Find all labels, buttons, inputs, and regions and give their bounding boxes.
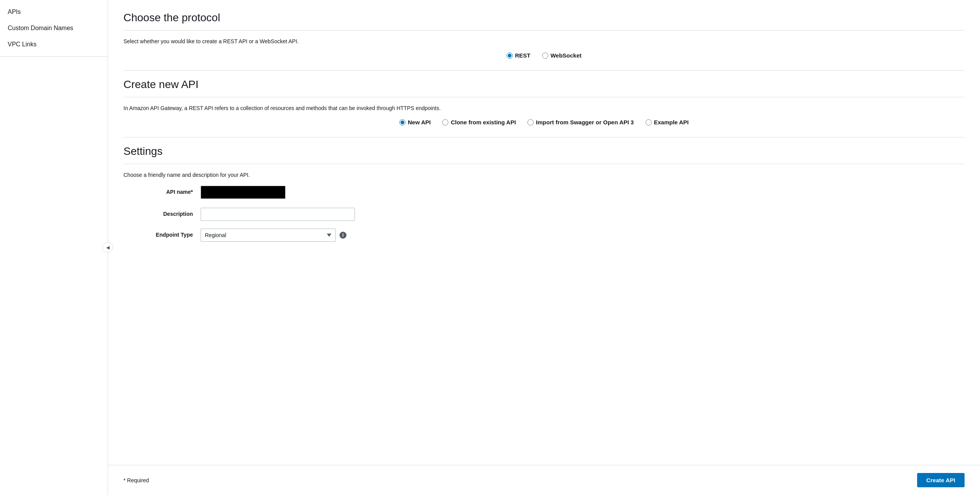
protocol-divider [123, 70, 965, 71]
protocol-websocket-text: WebSocket [551, 52, 582, 59]
api-type-clone-label[interactable]: Clone from existing API [442, 119, 516, 125]
required-note: * Required [123, 477, 149, 483]
api-type-import-label[interactable]: Import from Swagger or Open API 3 [527, 119, 634, 125]
page-footer: * Required Create API [108, 465, 980, 495]
description-label: Description [123, 208, 201, 217]
settings-description: Choose a friendly name and description f… [123, 172, 965, 178]
sidebar-item-custom-domain-names[interactable]: Custom Domain Names [0, 20, 108, 36]
api-name-field-row: API name* [123, 186, 965, 200]
create-api-section-header: Create new API [123, 78, 965, 97]
create-api-title: Create new API [123, 78, 965, 91]
api-type-import-radio[interactable] [527, 119, 534, 125]
content-area: Choose the protocol Select whether you w… [108, 0, 980, 465]
api-type-import-text: Import from Swagger or Open API 3 [536, 119, 634, 125]
description-control-wrapper [201, 208, 355, 221]
settings-section-header: Settings [123, 145, 965, 164]
api-type-example-text: Example API [654, 119, 689, 125]
protocol-radio-group: REST WebSocket [123, 52, 965, 59]
create-api-description: In Amazon API Gateway, a REST API refers… [123, 105, 965, 111]
sidebar-divider [0, 56, 108, 57]
protocol-websocket-radio[interactable] [542, 53, 548, 59]
sidebar-collapse-button[interactable]: ◀ [102, 242, 113, 253]
sidebar-item-vpc-links[interactable]: VPC Links [0, 36, 108, 53]
sidebar-item-apis[interactable]: APIs [0, 4, 108, 20]
settings-section: Settings Choose a friendly name and desc… [123, 145, 965, 242]
api-type-example-label[interactable]: Example API [645, 119, 689, 125]
endpoint-type-label: Endpoint Type [123, 229, 201, 238]
endpoint-type-info-icon[interactable]: i [340, 232, 346, 239]
protocol-section-title: Choose the protocol [123, 12, 965, 24]
api-name-input-filled[interactable] [201, 186, 286, 199]
protocol-rest-radio[interactable] [507, 53, 513, 59]
create-api-section: Create new API In Amazon API Gateway, a … [123, 78, 965, 125]
create-api-button[interactable]: Create API [917, 473, 965, 487]
api-type-new-radio[interactable] [399, 119, 406, 125]
api-type-example-radio[interactable] [645, 119, 652, 125]
protocol-section: Choose the protocol Select whether you w… [123, 12, 965, 59]
protocol-description: Select whether you would like to create … [123, 38, 965, 44]
sidebar: APIs Custom Domain Names VPC Links ◀ [0, 0, 108, 495]
main-content: Choose the protocol Select whether you w… [108, 0, 980, 495]
protocol-rest-label[interactable]: REST [507, 52, 531, 59]
api-name-control-wrapper [201, 186, 355, 200]
api-type-clone-text: Clone from existing API [451, 119, 516, 125]
protocol-websocket-label[interactable]: WebSocket [542, 52, 582, 59]
create-api-divider [123, 137, 965, 137]
description-input[interactable] [201, 208, 355, 221]
protocol-section-header: Choose the protocol [123, 12, 965, 31]
api-name-label: API name* [123, 186, 201, 195]
api-type-new-text: New API [408, 119, 431, 125]
protocol-rest-text: REST [515, 52, 531, 59]
endpoint-type-select[interactable]: Regional Edge Optimized Private [201, 229, 336, 242]
api-type-clone-radio[interactable] [442, 119, 448, 125]
endpoint-type-field-row: Endpoint Type Regional Edge Optimized Pr… [123, 229, 965, 242]
settings-title: Settings [123, 145, 965, 158]
endpoint-type-wrapper: Regional Edge Optimized Private i [201, 229, 355, 242]
api-type-radio-group: New API Clone from existing API Import f… [123, 119, 965, 125]
description-field-row: Description [123, 208, 965, 221]
api-type-new-label[interactable]: New API [399, 119, 431, 125]
endpoint-type-control-wrapper: Regional Edge Optimized Private i [201, 229, 355, 242]
